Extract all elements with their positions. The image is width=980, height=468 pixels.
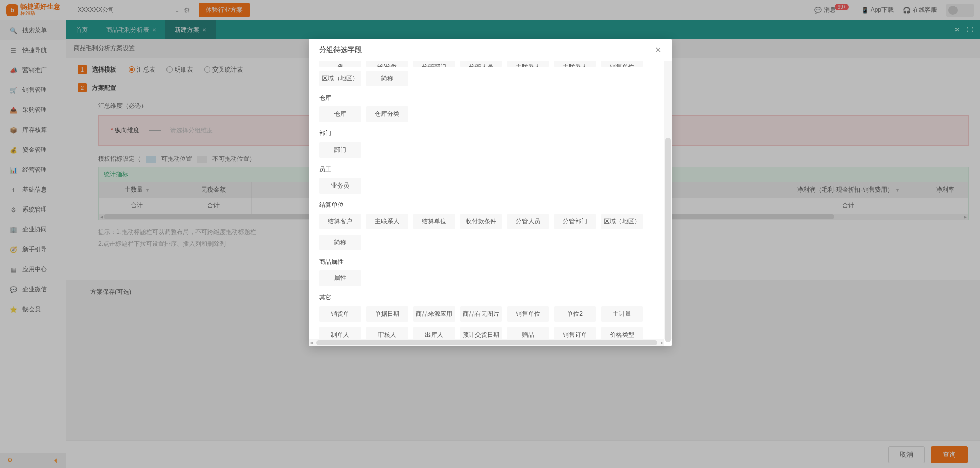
field-chip[interactable]: 省/分类: [366, 61, 408, 67]
group-title: 仓库: [319, 93, 654, 102]
modal-hscroll[interactable]: ◂ ▸: [309, 339, 664, 346]
scroll-thumb[interactable]: [665, 138, 671, 342]
field-chip[interactable]: 分管人员: [507, 214, 549, 229]
field-chip[interactable]: 结算客户: [319, 214, 361, 229]
field-chip[interactable]: 结算单位: [413, 214, 455, 229]
group-title: 结算单位: [319, 201, 654, 209]
field-chip[interactable]: 赠品: [507, 327, 549, 339]
field-chip[interactable]: 分管部门: [554, 214, 596, 229]
field-chip[interactable]: 收付款条件: [460, 214, 502, 229]
scroll-right-icon[interactable]: ▸: [661, 340, 663, 345]
field-chip[interactable]: 单据日期: [366, 306, 408, 322]
field-chip[interactable]: 分管部门: [413, 61, 455, 67]
modal-title: 分组待选字段: [319, 45, 362, 55]
field-chip[interactable]: 销售单位: [601, 61, 643, 67]
field-chip[interactable]: 仓库: [319, 106, 361, 122]
field-chip[interactable]: 业务员: [319, 178, 361, 194]
group-title: 商品属性: [319, 258, 654, 266]
field-chip[interactable]: 主联系人: [366, 214, 408, 229]
field-chip[interactable]: 出库人: [413, 327, 455, 339]
field-chip[interactable]: 简称: [366, 71, 408, 86]
field-chip[interactable]: 主计量: [601, 306, 643, 322]
group-title: 部门: [319, 129, 654, 138]
group-fields-modal: 分组待选字段 ✕ 省省/分类分管部门分管人员主联系人主联系人销售单位区域（地区）…: [309, 39, 672, 346]
field-chip[interactable]: 销售订单: [554, 327, 596, 339]
field-chip[interactable]: 主联系人: [554, 61, 596, 67]
scroll-thumb[interactable]: [316, 340, 657, 345]
field-chip[interactable]: 销货单: [319, 306, 361, 322]
group-title: 其它: [319, 293, 654, 302]
modal-vscroll[interactable]: [664, 61, 672, 339]
field-chip[interactable]: 仓库分类: [366, 106, 408, 122]
scroll-left-icon[interactable]: ◂: [310, 340, 313, 345]
group-title: 员工: [319, 165, 654, 174]
field-chip[interactable]: 审核人: [366, 327, 408, 339]
close-icon[interactable]: ✕: [655, 45, 661, 55]
field-chip[interactable]: 预计交货日期: [460, 327, 502, 339]
field-chip[interactable]: 主联系人: [507, 61, 549, 67]
field-chip[interactable]: 价格类型: [601, 327, 643, 339]
field-chip[interactable]: 分管人员: [460, 61, 502, 67]
field-chip[interactable]: 简称: [319, 235, 361, 250]
field-chip[interactable]: 单位2: [554, 306, 596, 322]
field-chip[interactable]: 商品来源应用: [413, 306, 455, 322]
field-chip[interactable]: 区域（地区）: [601, 214, 643, 229]
field-chip[interactable]: 销售单位: [507, 306, 549, 322]
field-chip[interactable]: 制单人: [319, 327, 361, 339]
field-chip[interactable]: 属性: [319, 270, 361, 286]
field-chip[interactable]: 省: [319, 61, 361, 67]
field-chip[interactable]: 商品有无图片: [460, 306, 502, 322]
field-chip[interactable]: 部门: [319, 142, 361, 158]
field-chip[interactable]: 区域（地区）: [319, 71, 361, 86]
